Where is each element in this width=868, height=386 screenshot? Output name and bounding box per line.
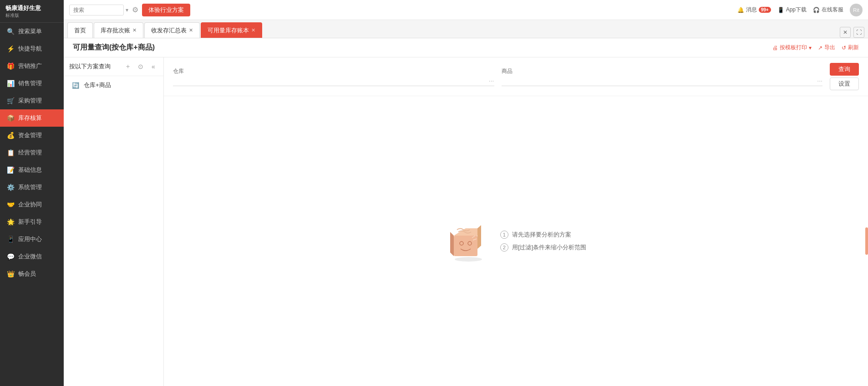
message-button[interactable]: 🔔 消息 99+ xyxy=(737,6,771,14)
page-actions: 🖨 按模板打印 ▾ ↗ 导出 ↺ 刷新 xyxy=(772,44,859,51)
settings-scheme-button[interactable]: ⊙ xyxy=(136,62,145,71)
close-tab-button[interactable]: ✕ xyxy=(840,27,851,38)
sidebar-item-sales[interactable]: 📊 销售管理 xyxy=(0,75,64,92)
clipboard-icon: 📋 xyxy=(6,149,15,157)
export-icon: ↗ xyxy=(818,45,822,51)
sidebar-item-corp-coop[interactable]: 🤝 企业协同 xyxy=(0,196,64,213)
left-panel-title: 按以下方案查询 xyxy=(69,62,120,71)
sidebar-item-label: 企业微信 xyxy=(18,252,42,261)
sidebar-item-member[interactable]: 👑 畅会员 xyxy=(0,265,64,283)
sidebar-item-label: 销售管理 xyxy=(18,79,42,87)
product-label: 商品 xyxy=(502,67,823,75)
right-panel: 仓库 ··· 商品 ··· 查询 设置 xyxy=(164,57,868,386)
empty-state: 1 请先选择要分析的方案 2 用[过滤]条件来缩小分析范围 xyxy=(164,96,868,386)
phone-icon: 📱 xyxy=(777,7,784,13)
content-area: 按以下方案查询 ＋ ⊙ « 🔄 仓库+商品 仓库 ··· xyxy=(64,57,868,386)
topbar-search-area: ▾ xyxy=(69,5,128,15)
sidebar-item-label: 新手引导 xyxy=(18,218,42,226)
filter-row: 仓库 ··· 商品 ··· 查询 设置 xyxy=(164,57,868,96)
refresh-button[interactable]: ↺ 刷新 xyxy=(842,44,859,51)
printer-icon: 🖨 xyxy=(772,45,778,51)
template-print-button[interactable]: 🖨 按模板打印 ▾ xyxy=(772,44,812,51)
sidebar-item-wechat[interactable]: 💬 企业微信 xyxy=(0,248,64,265)
tab-recv-summary[interactable]: 收发存汇总表 ✕ xyxy=(144,22,200,38)
sidebar-item-shortcut[interactable]: ⚡ 快捷导航 xyxy=(0,40,64,57)
tab-recv-summary-label: 收发存汇总表 xyxy=(151,26,187,35)
industry-solution-button[interactable]: 体验行业方案 xyxy=(142,4,190,16)
note-icon: 📝 xyxy=(6,166,15,174)
product-input-wrap: ··· xyxy=(502,77,823,86)
sidebar-item-label: 资金管理 xyxy=(18,131,42,139)
product-input[interactable] xyxy=(502,77,816,84)
query-button[interactable]: 查询 xyxy=(830,63,859,76)
box-icon: 📦 xyxy=(6,114,15,122)
sidebar-item-app-center[interactable]: 📱 应用中心 xyxy=(0,231,64,248)
sidebar: 畅康通好生意 标准版 🔍 搜索菜单 ⚡ 快捷导航 🎁 营销推广 📊 销售管理 🛒… xyxy=(0,0,64,386)
settings-icon[interactable]: ⚙ xyxy=(132,5,138,14)
gear-icon: ⚙️ xyxy=(6,183,15,191)
add-scheme-button[interactable]: ＋ xyxy=(123,62,132,71)
left-panel-header: 按以下方案查询 ＋ ⊙ « xyxy=(64,57,163,76)
sidebar-item-marketing[interactable]: 🎁 营销推广 xyxy=(0,57,64,75)
sidebar-item-new-guide[interactable]: 🌟 新手引导 xyxy=(0,213,64,231)
tab-batch-ledger[interactable]: 库存批次账 ✕ xyxy=(94,22,143,38)
sidebar-item-label: 营销推广 xyxy=(18,62,42,70)
online-service-button[interactable]: 🎧 在线客服 xyxy=(813,6,843,14)
export-button[interactable]: ↗ 导出 xyxy=(818,44,835,51)
settings-button[interactable]: 设置 xyxy=(830,77,859,90)
sidebar-item-inventory[interactable]: 📦 库存核算 xyxy=(0,109,64,127)
chat-icon: 💬 xyxy=(6,252,15,261)
main-content: ▾ ⚙ 体验行业方案 🔔 消息 99+ 📱 App下载 🎧 在线客服 Rit xyxy=(64,0,868,386)
sidebar-item-search[interactable]: 🔍 搜索菜单 xyxy=(0,23,64,40)
sidebar-scroll: 🔍 搜索菜单 ⚡ 快捷导航 🎁 营销推广 📊 销售管理 🛒 采购管理 📦 库存核… xyxy=(0,23,64,386)
warehouse-input[interactable] xyxy=(173,77,487,84)
tab-home[interactable]: 首页 xyxy=(67,22,93,38)
close-icon[interactable]: ✕ xyxy=(251,27,255,33)
bell-icon: 🔔 xyxy=(737,7,744,13)
sidebar-item-ops[interactable]: 📋 经营管理 xyxy=(0,144,64,161)
star-icon: 🌟 xyxy=(6,218,15,226)
refresh-icon: 🔄 xyxy=(71,81,80,90)
collapse-panel-button[interactable]: « xyxy=(149,62,158,71)
warehouse-filter-field: 仓库 ··· xyxy=(173,67,494,86)
avatar: Rit xyxy=(850,4,863,16)
sidebar-item-label: 采购管理 xyxy=(18,97,42,105)
svg-marker-3 xyxy=(450,232,454,256)
scheme-item-warehouse-product[interactable]: 🔄 仓库+商品 xyxy=(64,76,163,94)
sidebar-item-basic-info[interactable]: 📝 基础信息 xyxy=(0,161,64,179)
page-header: 可用量查询(按仓库+商品) 🖨 按模板打印 ▾ ↗ 导出 ↺ 刷新 xyxy=(64,38,868,57)
tab-available-qty[interactable]: 可用量库存账本 ✕ xyxy=(201,22,262,38)
svg-rect-1 xyxy=(454,236,477,256)
maximize-tab-button[interactable]: ⛶ xyxy=(853,27,864,38)
user-profile[interactable]: Rit xyxy=(850,4,863,16)
empty-illustration xyxy=(446,218,491,264)
tab-home-label: 首页 xyxy=(74,26,86,35)
close-icon[interactable]: ✕ xyxy=(189,27,193,33)
sidebar-item-label: 库存核算 xyxy=(18,114,42,122)
sidebar-item-label: 经营管理 xyxy=(18,149,42,157)
sidebar-item-sys[interactable]: ⚙️ 系统管理 xyxy=(0,179,64,196)
product-more-button[interactable]: ··· xyxy=(817,77,822,84)
refresh-icon: ↺ xyxy=(842,45,846,51)
headset-icon: 🎧 xyxy=(813,7,820,13)
tab-batch-ledger-label: 库存批次账 xyxy=(101,26,130,35)
message-label: 消息 xyxy=(746,6,757,14)
filter-actions: 查询 设置 xyxy=(830,63,859,90)
logo-title: 畅康通好生意 xyxy=(5,5,58,12)
warehouse-more-button[interactable]: ··· xyxy=(489,77,494,84)
tabs-bar: 首页 库存批次账 ✕ 收发存汇总表 ✕ 可用量库存账本 ✕ ✕ ⛶ xyxy=(64,20,868,38)
flash-icon: ⚡ xyxy=(6,45,15,53)
scheme-item-label: 仓库+商品 xyxy=(84,81,111,89)
sidebar-item-purchase[interactable]: 🛒 采购管理 xyxy=(0,92,64,109)
warehouse-input-wrap: ··· xyxy=(173,77,494,86)
app-download-button[interactable]: 📱 App下载 xyxy=(777,6,807,14)
product-filter-field: 商品 ··· xyxy=(502,67,823,86)
search-input[interactable] xyxy=(69,5,124,15)
close-icon[interactable]: ✕ xyxy=(132,27,137,33)
scrollbar-handle[interactable] xyxy=(865,227,868,255)
warehouse-label: 仓库 xyxy=(173,67,494,75)
page-title: 可用量查询(按仓库+商品) xyxy=(73,43,155,52)
sidebar-item-fund[interactable]: 💰 资金管理 xyxy=(0,127,64,144)
chevron-down-icon[interactable]: ▾ xyxy=(126,7,128,13)
crown-icon: 👑 xyxy=(6,270,15,278)
